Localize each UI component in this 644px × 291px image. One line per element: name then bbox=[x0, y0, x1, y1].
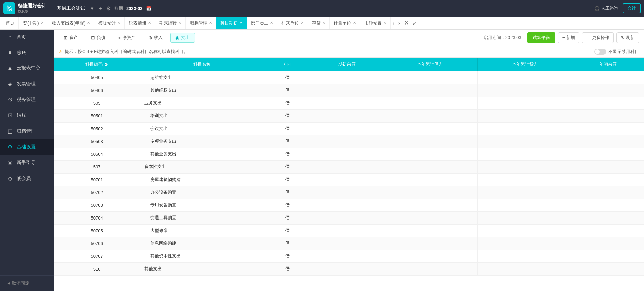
cell-year-balance bbox=[573, 160, 644, 173]
tab-subject[interactable]: 科目期初✕ bbox=[216, 17, 247, 29]
table-row[interactable]: 50503专项业务支出借 bbox=[54, 135, 644, 148]
tab-bs[interactable]: 资(中期)✕ bbox=[19, 17, 48, 29]
cell-direction: 借 bbox=[264, 186, 311, 199]
tab-close-subject[interactable]: ✕ bbox=[239, 21, 243, 25]
cell-direction: 借 bbox=[264, 211, 311, 224]
tab-template[interactable]: 模版设计✕ bbox=[94, 17, 125, 29]
cell-credit bbox=[477, 237, 573, 250]
sidebar-item-tax[interactable]: ⊙税务管理 bbox=[0, 92, 54, 107]
tab-unit[interactable]: 计量单位✕ bbox=[330, 17, 360, 29]
tab-inventory[interactable]: 存货✕ bbox=[308, 17, 330, 29]
cell-name: 资本性支出 bbox=[140, 160, 264, 173]
dropdown-arrow-icon[interactable]: ▼ bbox=[90, 6, 94, 11]
subtab-label-liability: 负债 bbox=[97, 35, 105, 41]
tab-dept[interactable]: 部门员工✕ bbox=[247, 17, 277, 29]
tab-close-currency[interactable]: ✕ bbox=[383, 21, 386, 25]
sidebar-item-settings[interactable]: ⚙基础设置 bbox=[0, 139, 54, 155]
table-row[interactable]: 50502会议支出借 bbox=[54, 122, 644, 135]
cell-credit bbox=[477, 148, 573, 160]
sidebar-item-archive[interactable]: ◫归档管理 bbox=[0, 123, 54, 139]
close-all-tabs-button[interactable]: ✕ bbox=[402, 20, 411, 26]
tab-customer[interactable]: 往来单位✕ bbox=[277, 17, 308, 29]
sidebar-item-close[interactable]: ⊡结账 bbox=[0, 107, 54, 123]
cell-year-balance bbox=[573, 97, 644, 109]
balance-button[interactable]: 试算平衡 bbox=[527, 32, 555, 43]
sidebar-item-member[interactable]: ◇畅会员 bbox=[0, 171, 54, 186]
sidebar-item-report[interactable]: ▲云报表中心 bbox=[0, 60, 54, 76]
tab-income[interactable]: 收入支出表(年报)✕ bbox=[48, 17, 95, 29]
tab-close-inventory[interactable]: ✕ bbox=[322, 21, 325, 25]
tab-archive[interactable]: 归档管理✕ bbox=[186, 17, 216, 29]
data-table: 科目编码 ⚙ 科目名称 方向 期初余额 本年累计借方 本年累计贷方 年初余额 5… bbox=[54, 58, 644, 276]
refresh-button[interactable]: ↻ 刷新 bbox=[616, 32, 639, 43]
table-row[interactable]: 507资本性支出借 bbox=[54, 160, 644, 173]
sidebar-collapse-button[interactable]: ◄ 取消固定 bbox=[0, 275, 54, 291]
tab-close-tax[interactable]: ✕ bbox=[148, 21, 151, 25]
table-row[interactable]: 50705大型修缮借 bbox=[54, 224, 644, 237]
tab-close-income[interactable]: ✕ bbox=[87, 21, 90, 25]
cell-name: 培训支出 bbox=[140, 109, 264, 122]
top-bar: 畅 畅捷通好会计 旗舰版 基层工会测试 ▼ ＋ ⚙ 账期 2023-03 📅 🎧… bbox=[0, 0, 644, 17]
subtab-income[interactable]: ⊕收入 bbox=[143, 33, 168, 43]
tab-close-template[interactable]: ✕ bbox=[117, 21, 120, 25]
table-row[interactable]: 50701房屋建筑物购建借 bbox=[54, 173, 644, 186]
table-row[interactable]: 50405运维维支出借 bbox=[54, 71, 644, 84]
tab-home[interactable]: 首页 bbox=[2, 17, 19, 29]
expand-tabs-button[interactable]: ⤢ bbox=[411, 20, 419, 26]
table-row[interactable]: 50406其他维权支出借 bbox=[54, 84, 644, 97]
nav-label-archive: 归档管理 bbox=[17, 128, 36, 134]
table-row[interactable]: 50703专用设备购置借 bbox=[54, 199, 644, 211]
more-actions-button[interactable]: ⋯ 更多操作 bbox=[582, 32, 614, 43]
table-row[interactable]: 50501培训支出借 bbox=[54, 109, 644, 122]
hint-text: 提示：按Ctrl + F键并输入科目编码或者科目名称可以查找科目。 bbox=[65, 49, 188, 55]
subtab-equity[interactable]: ≈净资产 bbox=[113, 33, 141, 43]
th-name: 科目名称 bbox=[140, 58, 264, 71]
cell-code: 50503 bbox=[54, 135, 140, 148]
tab-close-customer[interactable]: ✕ bbox=[301, 21, 304, 25]
th-code[interactable]: 科目编码 ⚙ bbox=[54, 58, 140, 71]
table-row[interactable]: 510其他支出借 bbox=[54, 262, 644, 275]
subtab-liability[interactable]: ⊟负债 bbox=[86, 33, 110, 43]
account-button[interactable]: 会计 bbox=[623, 3, 641, 13]
help-button[interactable]: 🎧 人工咨询 bbox=[594, 5, 619, 11]
nav-label-home: 首页 bbox=[17, 34, 26, 40]
nav-icon-member: ◇ bbox=[7, 175, 13, 182]
tab-next-button[interactable]: › bbox=[396, 20, 402, 26]
tab-tax[interactable]: 税表清册✕ bbox=[125, 17, 155, 29]
calendar-icon[interactable]: 📅 bbox=[146, 6, 151, 11]
tab-prev-button[interactable]: ‹ bbox=[391, 20, 396, 26]
cell-credit bbox=[477, 199, 573, 211]
tab-close-unit[interactable]: ✕ bbox=[353, 21, 356, 25]
tab-close-bs[interactable]: ✕ bbox=[41, 21, 44, 25]
cell-direction: 借 bbox=[264, 262, 311, 275]
add-project-button[interactable]: ＋ bbox=[98, 5, 103, 12]
sidebar-item-ledger[interactable]: ≡总账 bbox=[0, 45, 54, 60]
project-name[interactable]: 基层工会测试 bbox=[57, 5, 85, 11]
table-row[interactable]: 50504其他业务支出借 bbox=[54, 148, 644, 160]
sidebar-item-guide[interactable]: ◎新手引导 bbox=[0, 155, 54, 171]
tab-currency[interactable]: 币种设置✕ bbox=[360, 17, 391, 29]
nav-icon-home: ⌂ bbox=[7, 34, 13, 40]
period-info: 启用期间：2023.03 bbox=[484, 35, 521, 41]
sidebar-item-home[interactable]: ⌂首页 bbox=[0, 30, 54, 45]
table-row[interactable]: 50707其他资本性支出借 bbox=[54, 250, 644, 262]
subtab-asset[interactable]: ⊞资产 bbox=[59, 33, 83, 43]
tab-close-period[interactable]: ✕ bbox=[178, 21, 181, 25]
table-row[interactable]: 50704交通工具购置借 bbox=[54, 211, 644, 224]
table-row[interactable]: 50702办公设备购置借 bbox=[54, 186, 644, 199]
settings-icon[interactable]: ⚙ bbox=[106, 5, 111, 12]
nav-icon-guide: ◎ bbox=[7, 159, 13, 166]
toggle-label: 不显示禁用科目 bbox=[608, 49, 639, 55]
tab-close-dept[interactable]: ✕ bbox=[270, 21, 273, 25]
table-row[interactable]: 50706信息网络购建借 bbox=[54, 237, 644, 250]
column-settings-icon[interactable]: ⚙ bbox=[104, 62, 108, 67]
toggle-switch[interactable]: 不显示禁用科目 bbox=[594, 49, 639, 55]
subtab-expense[interactable]: ◉支出 bbox=[170, 33, 195, 43]
toggle-control[interactable] bbox=[594, 49, 606, 55]
tab-period[interactable]: 期末结转✕ bbox=[155, 17, 186, 29]
headphone-icon: 🎧 bbox=[594, 6, 600, 11]
tab-close-archive[interactable]: ✕ bbox=[209, 21, 212, 25]
add-button[interactable]: + 新增 bbox=[558, 32, 579, 43]
sidebar-item-invoice[interactable]: ◈发票管理 bbox=[0, 76, 54, 92]
table-row[interactable]: 505业务支出借 bbox=[54, 97, 644, 109]
